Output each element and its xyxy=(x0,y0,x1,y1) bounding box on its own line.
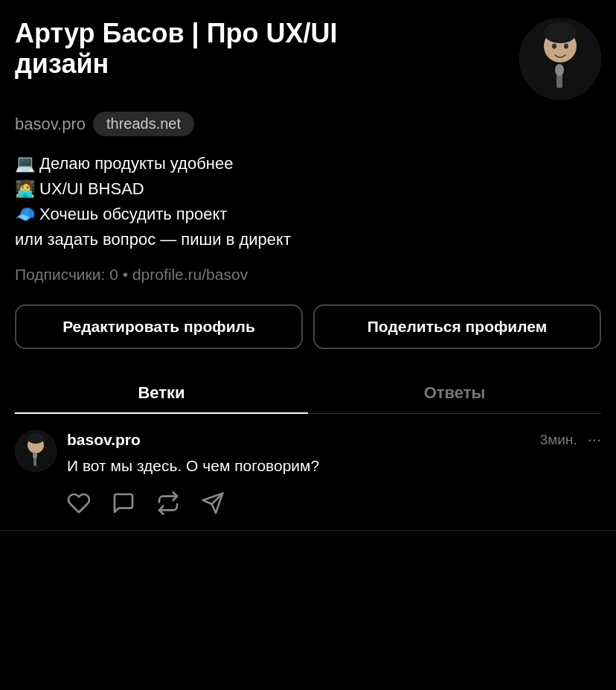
like-button[interactable] xyxy=(67,491,91,515)
posts-section: basov.pro 3мин. ··· И вот мы здесь. О че… xyxy=(0,414,616,531)
share-button[interactable] xyxy=(201,491,225,515)
edit-profile-button[interactable]: Редактировать профиль xyxy=(15,304,303,349)
post-text: И вот мы здесь. О чем поговорим? xyxy=(67,454,601,478)
bio-line-2: 🧑‍💻 UX/UI BHSAD xyxy=(15,176,601,202)
share-profile-button[interactable]: Поделиться профилем xyxy=(313,304,601,349)
post-avatar xyxy=(15,430,57,472)
post-meta-right: 3мин. ··· xyxy=(540,430,601,450)
buttons-row: Редактировать профиль Поделиться профиле… xyxy=(15,304,601,349)
post-username[interactable]: basov.pro xyxy=(67,431,141,449)
heart-icon xyxy=(67,491,91,515)
svg-point-8 xyxy=(552,44,556,49)
tab-branches[interactable]: Ветки xyxy=(15,370,308,413)
svg-point-9 xyxy=(564,44,568,49)
bio-line-3: 🧢 Хочешь обсудить проект xyxy=(15,202,601,227)
repost-button[interactable] xyxy=(156,491,180,515)
post-header: basov.pro 3мин. ··· xyxy=(67,430,601,450)
svg-point-7 xyxy=(555,64,564,76)
svg-point-15 xyxy=(33,453,37,459)
svg-point-4 xyxy=(544,22,577,43)
post-content: basov.pro 3мин. ··· И вот мы здесь. О че… xyxy=(67,430,601,530)
tab-replies[interactable]: Ответы xyxy=(308,370,601,413)
post-more-button[interactable]: ··· xyxy=(588,430,601,450)
profile-name: Артур Басов | Про UX/UI дизайн xyxy=(15,18,431,80)
post-card: basov.pro 3мин. ··· И вот мы здесь. О че… xyxy=(0,414,616,531)
links-row: basov.pro threads.net xyxy=(15,112,601,136)
bio-line-1: 💻 Делаю продукты удобнее xyxy=(15,151,601,176)
comment-icon xyxy=(112,491,135,515)
post-time: 3мин. xyxy=(540,432,577,448)
profile-handle[interactable]: basov.pro xyxy=(15,115,86,134)
post-actions xyxy=(67,491,601,530)
followers-row[interactable]: Подписчики: 0 • dprofile.ru/basov xyxy=(15,266,601,284)
svg-point-12 xyxy=(28,433,44,444)
send-icon xyxy=(201,491,225,515)
comment-button[interactable] xyxy=(112,491,135,515)
bio-section: 💻 Делаю продукты удобнее 🧑‍💻 UX/UI BHSAD… xyxy=(15,151,601,252)
bio-line-4: или задать вопрос — пиши в директ xyxy=(15,227,601,252)
external-link-badge[interactable]: threads.net xyxy=(93,112,194,136)
tabs-row: Ветки Ответы xyxy=(15,370,601,414)
avatar xyxy=(519,18,601,100)
profile-header: Артур Басов | Про UX/UI дизайн xyxy=(15,18,601,100)
profile-section: Артур Басов | Про UX/UI дизайн xyxy=(0,0,616,414)
repost-icon xyxy=(156,491,180,515)
followers-text: Подписчики: 0 • dprofile.ru/basov xyxy=(15,266,248,283)
